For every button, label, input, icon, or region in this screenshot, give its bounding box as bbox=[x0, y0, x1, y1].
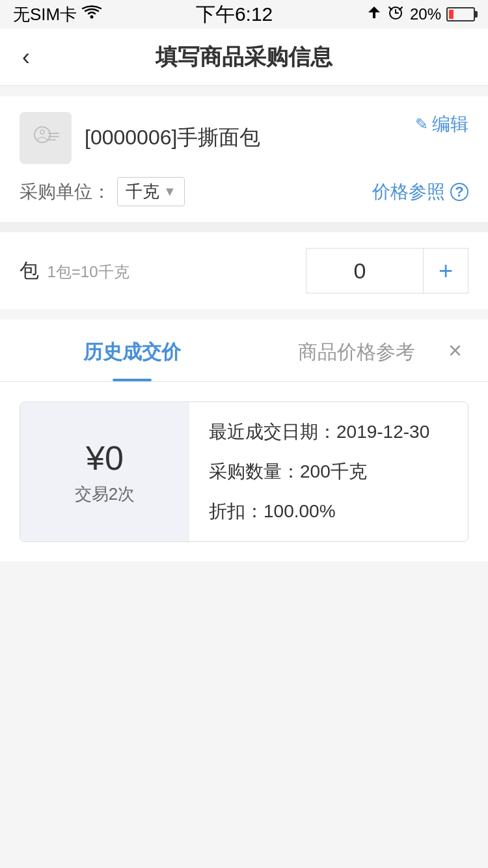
svg-point-0 bbox=[90, 15, 94, 18]
chevron-down-icon: ▼ bbox=[163, 184, 176, 199]
edit-button[interactable]: ✎ 编辑 bbox=[415, 112, 468, 137]
edit-icon: ✎ bbox=[415, 115, 428, 133]
signal-text: 无SIM卡 bbox=[13, 3, 77, 26]
tab-price-ref[interactable]: 商品价格参考 bbox=[244, 319, 468, 381]
back-button[interactable]: ‹ bbox=[16, 37, 36, 77]
qty-conversion-label: 1包=10千克 bbox=[47, 263, 129, 280]
unit-label: 采购单位： bbox=[20, 180, 111, 204]
tab-history-price[interactable]: 历史成交价 bbox=[20, 319, 244, 381]
product-unit-row: 采购单位： 千克 ▼ 价格参照 ? bbox=[20, 177, 468, 206]
svg-point-3 bbox=[40, 130, 44, 134]
battery-percent: 20% bbox=[410, 5, 441, 23]
product-left: [0000006]手撕面包 bbox=[20, 112, 260, 164]
nav-bar: ‹ 填写商品采购信息 bbox=[0, 29, 488, 86]
battery-icon bbox=[446, 7, 475, 21]
time-display: 下午6:12 bbox=[196, 1, 273, 28]
price-ref-label: 价格参照 bbox=[372, 180, 445, 204]
product-name: [0000006]手撕面包 bbox=[85, 124, 260, 152]
quantity-plus-button[interactable]: + bbox=[423, 248, 468, 293]
unit-value: 千克 bbox=[126, 180, 159, 203]
tabs-close-button[interactable]: × bbox=[442, 331, 468, 371]
divider bbox=[0, 222, 488, 232]
alarm-icon bbox=[386, 4, 405, 25]
history-left-panel: ¥0 交易2次 bbox=[20, 402, 189, 541]
date-value: 2019-12-30 bbox=[336, 422, 429, 442]
quantity-label-group: 包 1包=10千克 bbox=[20, 258, 129, 284]
qty-unit-label: 包 bbox=[20, 260, 39, 281]
product-header: [0000006]手撕面包 ✎ 编辑 bbox=[20, 112, 468, 164]
quantity-input[interactable] bbox=[306, 248, 423, 293]
qty-value: 200千克 bbox=[300, 461, 367, 481]
history-times: 交易2次 bbox=[75, 483, 135, 506]
quantity-input-group: + bbox=[306, 248, 468, 293]
price-ref-button[interactable]: 价格参照 ? bbox=[372, 180, 468, 204]
history-date: 最近成交日期：2019-12-30 bbox=[209, 418, 448, 447]
qty-label: 采购数量： bbox=[209, 461, 300, 481]
history-right-panel: 最近成交日期：2019-12-30 采购数量：200千克 折扣：100.00% bbox=[189, 402, 468, 541]
history-qty: 采购数量：200千克 bbox=[209, 457, 448, 487]
status-bar: 无SIM卡 下午6:12 20% bbox=[0, 0, 488, 29]
status-left: 无SIM卡 bbox=[13, 3, 102, 26]
unit-section: 采购单位： 千克 ▼ bbox=[20, 177, 185, 206]
history-content: ¥0 交易2次 最近成交日期：2019-12-30 采购数量：200千克 折扣：… bbox=[0, 382, 488, 562]
history-price: ¥0 bbox=[86, 439, 124, 478]
page-title: 填写商品采购信息 bbox=[156, 42, 332, 72]
status-right: 20% bbox=[367, 4, 475, 25]
product-card: [0000006]手撕面包 ✎ 编辑 采购单位： 千克 ▼ 价格参照 ? bbox=[0, 96, 488, 222]
tabs-row: 历史成交价 商品价格参考 × bbox=[0, 319, 488, 381]
history-discount: 折扣：100.00% bbox=[209, 497, 448, 526]
discount-value: 100.00% bbox=[264, 501, 336, 521]
svg-point-2 bbox=[34, 127, 50, 142]
product-thumbnail bbox=[20, 112, 72, 164]
help-icon: ? bbox=[450, 183, 468, 201]
main-background bbox=[0, 562, 488, 868]
quantity-row: 包 1包=10千克 + bbox=[0, 232, 488, 309]
edit-label: 编辑 bbox=[432, 112, 468, 137]
discount-label: 折扣： bbox=[209, 501, 264, 521]
location-icon bbox=[367, 5, 381, 23]
date-label: 最近成交日期： bbox=[209, 422, 336, 442]
unit-select[interactable]: 千克 ▼ bbox=[117, 177, 185, 206]
tabs-container: 历史成交价 商品价格参考 × bbox=[0, 319, 488, 382]
wifi-icon bbox=[82, 5, 102, 25]
history-card: ¥0 交易2次 最近成交日期：2019-12-30 采购数量：200千克 折扣：… bbox=[20, 401, 468, 542]
